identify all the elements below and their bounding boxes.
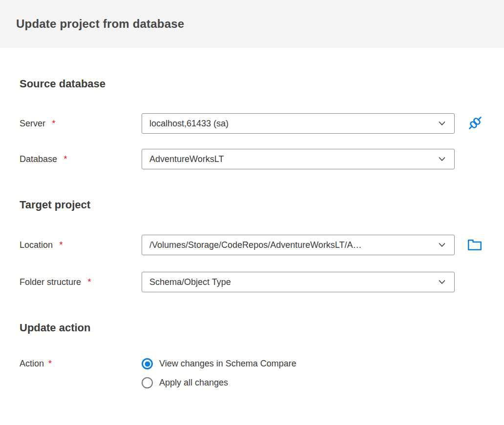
server-label: Server [20,119,45,128]
server-row: Server * localhost,61433 (sa) [20,113,484,134]
update-project-dialog: Update project from database Source data… [0,0,504,425]
server-dropdown-value: localhost,61433 (sa) [149,119,432,129]
folder-structure-required-asterisk: * [88,277,91,287]
radio-circle-icon [142,377,153,388]
folder-structure-label-wrap: Folder structure * [20,277,142,287]
chevron-down-icon [437,154,447,164]
browse-folder-button[interactable] [466,237,484,254]
action-label-wrap: Action * [20,358,142,369]
database-label: Database [20,154,57,164]
radio-circle-icon [142,358,153,369]
location-dropdown-value: /Volumes/Storage/CodeRepos/AdventureWork… [149,240,432,250]
location-label: Location [20,240,53,250]
folder-structure-label: Folder structure [20,277,81,287]
section-heading-target-project: Target project [20,198,484,212]
section-heading-source-database: Source database [20,77,484,91]
dialog-content: Source database Server * localhost,61433… [0,48,504,388]
chevron-down-icon [437,240,447,250]
section-heading-update-action: Update action [20,321,484,335]
connect-plug-icon [466,114,484,134]
location-required-asterisk: * [60,240,63,250]
folder-structure-row: Folder structure * Schema/Object Type [20,272,484,292]
server-required-asterisk: * [52,119,55,128]
connect-button[interactable] [466,114,484,134]
dialog-header: Update project from database [0,0,504,48]
radio-apply-all-changes[interactable]: Apply all changes [142,377,455,388]
location-dropdown[interactable]: /Volumes/Storage/CodeRepos/AdventureWork… [142,235,455,255]
dialog-title: Update project from database [16,17,184,31]
database-label-wrap: Database * [20,154,142,164]
folder-structure-dropdown[interactable]: Schema/Object Type [142,272,455,292]
action-row: Action * View changes in Schema Compare … [20,358,484,388]
chevron-down-icon [437,277,447,287]
folder-structure-dropdown-value: Schema/Object Type [149,277,432,287]
action-label: Action [20,359,44,369]
radio-option-label: Apply all changes [159,378,228,388]
chevron-down-icon [437,118,447,129]
database-dropdown[interactable]: AdventureWorksLT [142,149,455,169]
server-label-wrap: Server * [20,119,142,129]
radio-view-changes-schema-compare[interactable]: View changes in Schema Compare [142,358,455,369]
database-required-asterisk: * [64,154,67,164]
location-row: Location * /Volumes/Storage/CodeRepos/Ad… [20,235,484,255]
action-required-asterisk: * [48,359,52,369]
location-label-wrap: Location * [20,240,142,250]
database-dropdown-value: AdventureWorksLT [149,154,432,164]
action-radio-group: View changes in Schema Compare Apply all… [142,358,455,388]
server-dropdown[interactable]: localhost,61433 (sa) [142,113,455,134]
radio-option-label: View changes in Schema Compare [159,359,296,369]
folder-icon [466,237,483,254]
database-row: Database * AdventureWorksLT [20,149,484,169]
